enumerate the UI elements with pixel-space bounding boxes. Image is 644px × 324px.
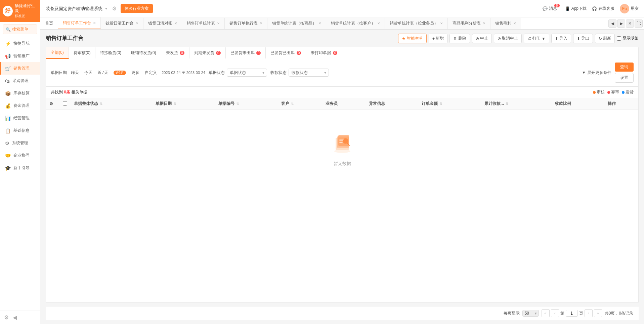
sidebar-item-system[interactable]: ⚙ 系统管理 xyxy=(0,137,40,149)
th-cumulative[interactable]: 累计收款... ⇅ xyxy=(481,98,552,110)
tab-close-sales-exec[interactable]: ✕ xyxy=(260,22,262,25)
date-custom[interactable]: 自定义 xyxy=(143,69,159,76)
tab-sales-by-staff[interactable]: 销货单统计表（按业务员） ✕ xyxy=(385,18,448,29)
payment-select[interactable]: 收款状态 xyxy=(289,69,329,77)
print-button[interactable]: 🖨 打印 ▼ xyxy=(524,34,549,43)
bottom-scrollbar[interactable] xyxy=(46,302,639,306)
tab-close-sales-stats[interactable]: ✕ xyxy=(217,22,220,25)
sidebar-collapse-icon[interactable]: ◀ xyxy=(13,314,17,321)
finance-icon: 💰 xyxy=(5,103,11,109)
tab-close-sales-order[interactable]: ✕ xyxy=(93,21,96,25)
tab-scroll-left[interactable]: ◀ xyxy=(608,19,616,28)
subtab-all[interactable]: 全部(0) xyxy=(46,47,69,59)
subtab-overdue-unshipped[interactable]: 到期未发货 0 xyxy=(189,47,226,58)
search-menu-button[interactable]: 🔍 搜索菜单 xyxy=(3,25,37,34)
cancel-stop-button[interactable]: ⊘ 取消中止 xyxy=(494,34,522,43)
tab-close-money-daily[interactable]: ✕ xyxy=(136,22,138,25)
app-download-button[interactable]: 📱 App下载 xyxy=(565,6,587,11)
tab-home[interactable]: 首页 xyxy=(40,18,58,29)
subtab-unprinted[interactable]: 未打印单据 0 xyxy=(306,47,342,58)
sidebar-item-sales[interactable]: 🛒 销售管理 xyxy=(0,62,40,75)
new-button[interactable]: + 新增 xyxy=(429,34,447,43)
industry-button[interactable]: 体验行业方案 xyxy=(121,4,153,13)
tab-close-all[interactable]: ✕ xyxy=(626,19,634,28)
sidebar-item-operations[interactable]: 📊 经营管理 xyxy=(0,112,40,124)
tab-sales-by-customer[interactable]: 销货单统计表（按客户） ✕ xyxy=(326,18,385,29)
message-button[interactable]: 💬 6 消息 xyxy=(543,6,557,11)
tab-fullscreen[interactable]: ⛶ xyxy=(635,19,643,28)
th-status[interactable]: 单据整体状态 ⇅ xyxy=(71,98,152,110)
tab-close-by-staff[interactable]: ✕ xyxy=(440,22,443,25)
expand-conditions-button[interactable]: ▼ 展开更多条件 xyxy=(582,70,611,76)
show-detail-label[interactable]: 显示明细 xyxy=(617,36,639,41)
audit-action[interactable]: 审核 xyxy=(593,89,605,95)
subtab-pending-pick[interactable]: 待拣验货(0) xyxy=(95,47,126,58)
prev-page-button[interactable]: ‹ xyxy=(551,309,559,317)
module-dropdown-icon[interactable]: ▼ xyxy=(104,7,108,10)
date-yesterday[interactable]: 昨天 xyxy=(69,69,81,76)
tab-close-gross-margin[interactable]: ✕ xyxy=(483,22,485,25)
tab-close-sales-profit[interactable]: ✕ xyxy=(513,22,516,25)
sidebar-item-finance[interactable]: 💰 资金管理 xyxy=(0,99,40,112)
page-number-input[interactable] xyxy=(566,310,578,317)
date-7days[interactable]: 近7天 xyxy=(96,69,110,76)
sidebar-item-guide[interactable]: 🎓 新手引导 xyxy=(0,162,40,174)
sidebar-item-inventory[interactable]: 📦 库存核算 xyxy=(0,87,40,99)
th-date[interactable]: 单据日期 ⇅ xyxy=(152,98,215,110)
first-page-button[interactable]: « xyxy=(542,309,550,317)
date-1month[interactable]: 近1月 xyxy=(112,70,128,76)
th-checkbox[interactable] xyxy=(59,98,71,110)
subtab-unshipped[interactable]: 未发货 0 xyxy=(161,47,189,58)
th-settings: ⚙ xyxy=(46,98,59,110)
th-amount[interactable]: 订单金额 ⇅ xyxy=(418,98,481,110)
next-page-button[interactable]: › xyxy=(585,309,593,317)
show-detail-checkbox[interactable] xyxy=(617,36,621,41)
page-size-select[interactable]: 20 50 100 xyxy=(522,310,539,317)
tab-close-by-customer[interactable]: ✕ xyxy=(377,22,380,25)
settings-icon[interactable]: ⚙ xyxy=(112,5,117,12)
select-all-checkbox[interactable] xyxy=(63,101,67,106)
ship-action[interactable]: 发货 xyxy=(622,89,634,95)
filter-settings-button[interactable]: 设置 xyxy=(615,73,634,83)
tab-sales-stats[interactable]: 销售订单统计表 ✕ xyxy=(182,18,225,29)
status-select[interactable]: 单据状态 xyxy=(227,69,267,77)
tab-money-daily[interactable]: 钱货日清工作台 ✕ xyxy=(101,18,143,29)
tab-close-by-product[interactable]: ✕ xyxy=(318,22,321,25)
refresh-button[interactable]: ↻ 刷新 xyxy=(595,34,615,43)
tab-sales-exec[interactable]: 销售订单执行表 ✕ xyxy=(225,18,267,29)
tab-sales-by-product[interactable]: 销货单统计表（按商品） ✕ xyxy=(267,18,326,29)
date-more[interactable]: 更多 xyxy=(129,69,141,76)
trash-icon: 🗑 xyxy=(453,36,457,41)
reject-action[interactable]: 弃审 xyxy=(607,89,619,95)
settings-gear-icon[interactable]: ⚙ xyxy=(4,314,9,321)
sidebar-item-marketing[interactable]: 📢 营销推广 xyxy=(0,50,40,62)
last-page-button[interactable]: » xyxy=(594,309,602,317)
date-today[interactable]: 今天 xyxy=(82,69,94,76)
sidebar-item-collaboration[interactable]: 🤝 企业协同 xyxy=(0,149,40,162)
tab-close-reconciliation[interactable]: ✕ xyxy=(174,22,177,25)
subtab-shipped-out[interactable]: 已发货已出库 0 xyxy=(266,47,306,58)
online-service-button[interactable]: 🎧 在线客服 xyxy=(592,6,614,11)
sidebar-search-area: 🔍 搜索菜单 xyxy=(0,22,40,37)
sales-icon: 🛒 xyxy=(5,66,11,71)
sidebar-item-purchase[interactable]: 🛍 采购管理 xyxy=(0,75,40,87)
subtab-wangpu-pending[interactable]: 旺铺待发货(0) xyxy=(126,47,161,58)
tab-sales-profit[interactable]: 销售毛利 ✕ xyxy=(490,18,521,29)
user-button[interactable]: Ea 用友 xyxy=(620,4,639,13)
import-button[interactable]: ⬆ 导入 xyxy=(551,34,571,43)
tab-gross-margin[interactable]: 商品毛利分析表 ✕ xyxy=(448,18,490,29)
sidebar-item-basic-info[interactable]: 📋 基础信息 xyxy=(0,124,40,137)
query-button[interactable]: 查询 xyxy=(615,63,634,72)
subtab-shipped-not-out[interactable]: 已发货未出库 0 xyxy=(226,47,266,58)
export-button[interactable]: ⬇ 导出 xyxy=(573,34,593,43)
th-number[interactable]: 单据编号 ⇅ xyxy=(215,98,278,110)
delete-button[interactable]: 🗑 删除 xyxy=(449,34,470,43)
tab-sales-order-workbench[interactable]: 销售订单工作台 ✕ xyxy=(58,17,101,29)
stop-button[interactable]: ⊗ 中止 xyxy=(472,34,492,43)
smart-create-button[interactable]: ★ 智能生单 xyxy=(398,34,427,43)
th-customer[interactable]: 客户 ⇅ xyxy=(278,98,322,110)
subtab-pending-review[interactable]: 待审核(0) xyxy=(69,47,96,58)
sidebar-item-quick-nav[interactable]: ⚡ 快捷导航 xyxy=(0,37,40,50)
tab-scroll-right[interactable]: ▶ xyxy=(617,19,625,28)
tab-reconciliation[interactable]: 钱货日清对账 ✕ xyxy=(143,18,182,29)
